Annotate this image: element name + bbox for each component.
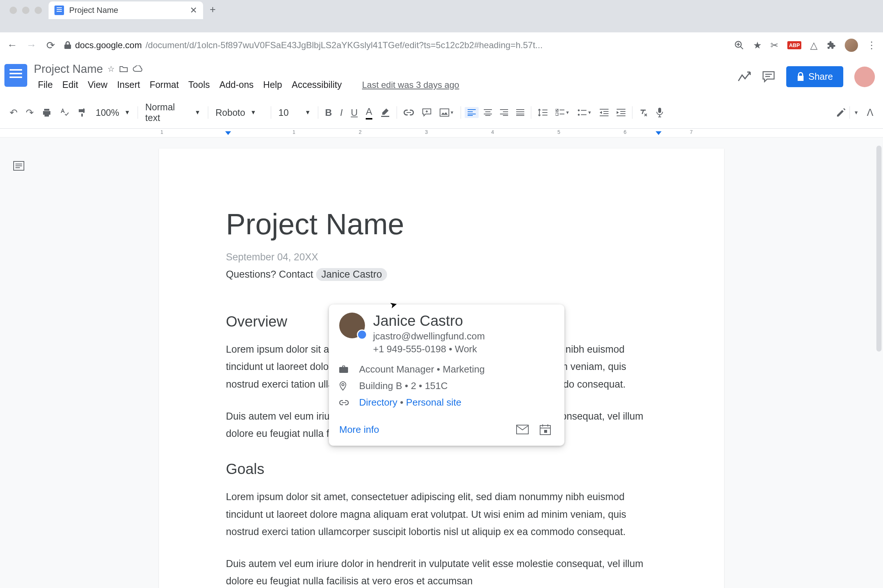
window-close-button[interactable]	[10, 7, 17, 14]
menu-accessibility[interactable]: Accessibility	[288, 78, 346, 92]
zoom-indicator-icon[interactable]	[734, 40, 744, 50]
chrome-menu-button[interactable]: ⋮	[867, 40, 876, 51]
menu-format[interactable]: Format	[146, 78, 183, 92]
macos-traffic-lights[interactable]	[3, 7, 48, 19]
menu-addons[interactable]: Add-ons	[215, 78, 258, 92]
browser-tab[interactable]: Project Name ✕	[48, 2, 203, 19]
activity-icon[interactable]	[738, 71, 751, 82]
last-edit-link[interactable]: Last edit was 3 days ago	[362, 80, 459, 90]
font-select[interactable]: Roboto▼	[212, 105, 267, 120]
align-justify-button[interactable]	[513, 107, 527, 118]
contact-email[interactable]: jcastro@dwellingfund.com	[373, 331, 485, 342]
contact-phone: +1 949-555-0198 • Work	[373, 344, 485, 355]
clear-formatting-button[interactable]	[636, 106, 651, 119]
paragraph-style-select[interactable]: Normal text▼	[142, 100, 204, 125]
window-minimize-button[interactable]	[22, 7, 29, 14]
undo-button[interactable]: ↶	[7, 105, 21, 121]
contact-avatar	[339, 313, 365, 338]
vertical-scrollbar[interactable]	[876, 146, 881, 359]
extensions-icon[interactable]	[826, 40, 836, 50]
scissors-icon[interactable]: ✂	[770, 40, 778, 51]
align-left-button[interactable]	[465, 107, 479, 118]
svg-rect-29	[544, 430, 547, 433]
more-info-link[interactable]: More info	[339, 424, 509, 435]
drive-extension-icon[interactable]: △	[810, 40, 817, 51]
tab-close-button[interactable]: ✕	[190, 5, 197, 15]
italic-button[interactable]: I	[337, 105, 345, 121]
formatting-toolbar: ↶ ↷ 100%▼ Normal text▼ Roboto▼ 10▼ B I U…	[0, 97, 883, 129]
horizontal-ruler[interactable]: 1 1 2 3 4 5 6 7	[0, 129, 883, 138]
menu-tools[interactable]: Tools	[184, 78, 214, 92]
personal-site-link[interactable]: Personal site	[406, 397, 461, 408]
lock-icon	[64, 41, 71, 50]
add-comment-button[interactable]	[419, 106, 434, 119]
svg-point-14	[578, 110, 580, 111]
briefcase-icon	[339, 366, 350, 374]
redo-button[interactable]: ↷	[23, 105, 37, 121]
increase-indent-button[interactable]	[614, 106, 628, 118]
font-size-select[interactable]: 10▼	[275, 105, 315, 120]
url-input[interactable]: docs.google.com/document/d/1olcn-5f897wu…	[64, 40, 726, 50]
align-right-button[interactable]	[497, 107, 511, 118]
directory-link[interactable]: Directory	[359, 397, 397, 408]
back-button[interactable]: ←	[7, 40, 18, 51]
line-spacing-button[interactable]	[535, 106, 550, 119]
bookmark-star-icon[interactable]: ★	[753, 40, 761, 51]
right-indent-marker[interactable]	[656, 131, 662, 135]
docs-logo-icon[interactable]	[5, 64, 27, 87]
adblock-extension-icon[interactable]: ABP	[787, 41, 801, 49]
doc-title-input[interactable]: Project Name	[34, 63, 103, 76]
contact-chip[interactable]: Janice Castro	[316, 268, 387, 281]
menu-edit[interactable]: Edit	[58, 78, 82, 92]
menu-view[interactable]: View	[84, 78, 111, 92]
move-document-button[interactable]	[119, 66, 128, 73]
star-document-button[interactable]: ☆	[107, 64, 115, 74]
doc-contact-line[interactable]: Questions? Contact Janice Castro	[226, 268, 658, 281]
voice-typing-button[interactable]	[653, 105, 666, 120]
account-avatar[interactable]	[854, 66, 875, 87]
share-button[interactable]: Share	[786, 66, 843, 87]
collapse-toolbar-button[interactable]: ᐱ	[864, 105, 876, 121]
heading-goals[interactable]: Goals	[226, 461, 658, 477]
insert-image-button[interactable]: ▼	[437, 106, 457, 119]
paragraph[interactable]: Lorem ipsum dolor sit amet, consectetuer…	[226, 488, 658, 541]
new-tab-button[interactable]: +	[203, 4, 222, 19]
comments-button[interactable]	[762, 70, 775, 83]
text-color-button[interactable]: A	[363, 104, 375, 122]
editing-mode-button[interactable]: ▼	[833, 104, 862, 121]
send-email-button[interactable]	[514, 421, 531, 438]
svg-rect-9	[440, 109, 449, 116]
menu-insert[interactable]: Insert	[113, 78, 144, 92]
paragraph[interactable]: Duis autem vel eum iriure dolor in hendr…	[226, 555, 658, 588]
left-indent-marker[interactable]	[225, 131, 231, 135]
decrease-indent-button[interactable]	[597, 106, 611, 118]
cloud-status-icon[interactable]	[132, 66, 143, 73]
contact-location: Building B • 2 • 151C	[359, 380, 448, 392]
paint-format-button[interactable]	[74, 105, 90, 120]
outline-toggle-button[interactable]	[13, 161, 24, 171]
reload-button[interactable]: ⟳	[45, 40, 56, 51]
zoom-select[interactable]: 100%▼	[92, 105, 134, 120]
checklist-button[interactable]: ▼	[553, 106, 572, 118]
schedule-event-button[interactable]	[536, 421, 554, 438]
menu-file[interactable]: File	[34, 78, 57, 92]
spellcheck-button[interactable]	[57, 105, 72, 120]
bold-button[interactable]: B	[322, 105, 335, 121]
align-center-button[interactable]	[481, 107, 495, 118]
highlight-button[interactable]	[377, 105, 393, 120]
bulleted-list-button[interactable]: ▼	[575, 107, 595, 118]
doc-date[interactable]: September 04, 20XX	[226, 252, 658, 263]
contact-hover-card: Janice Castro jcastro@dwellingfund.com +…	[329, 304, 565, 446]
svg-point-16	[578, 114, 580, 116]
contact-name: Janice Castro	[373, 313, 485, 329]
underline-button[interactable]: U	[348, 105, 360, 121]
contact-source-badge-icon	[357, 330, 367, 340]
profile-avatar-icon[interactable]	[845, 39, 858, 52]
forward-button[interactable]: →	[26, 40, 37, 51]
doc-heading-title[interactable]: Project Name	[226, 207, 658, 241]
window-zoom-button[interactable]	[35, 7, 42, 14]
print-button[interactable]	[39, 106, 54, 119]
scrollbar-thumb[interactable]	[876, 146, 881, 351]
insert-link-button[interactable]	[401, 107, 417, 118]
menu-help[interactable]: Help	[259, 78, 286, 92]
